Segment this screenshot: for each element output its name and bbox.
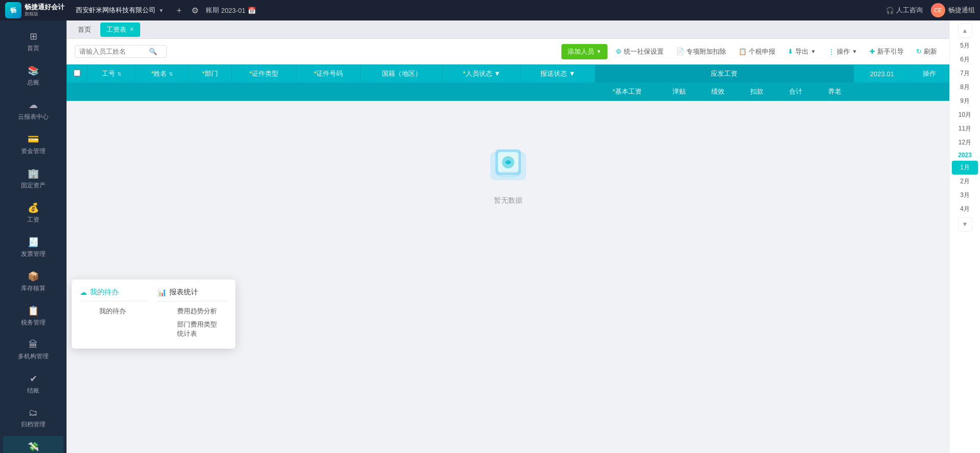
empty-state: 暂无数据 (67, 101, 949, 246)
month-nav-up[interactable]: ▲ (958, 24, 972, 38)
sidebar-item-9[interactable]: 🏛 多机构管理 (3, 334, 63, 366)
tab-close-icon[interactable]: ✕ (129, 26, 134, 33)
search-icon[interactable]: 🔍 (149, 48, 157, 55)
sidebar-icon-1: 📚 (28, 65, 39, 76)
special-deduction-button[interactable]: 📄 专项附加扣除 (672, 45, 730, 58)
month-nav-down[interactable]: ▼ (958, 217, 972, 231)
period-label: 账期 (206, 6, 219, 15)
sidebar-item-4[interactable]: 🏢 固定资产 (3, 163, 63, 195)
sidebar-icon-8: 📋 (28, 305, 39, 316)
filter-icon-report[interactable]: ▼ (569, 70, 575, 77)
col-department: *部门 (188, 65, 231, 83)
operations-chevron-icon: ▼ (852, 49, 857, 54)
col-id-type: *证件类型 (231, 65, 296, 83)
sidebar-label-2: 云报表中心 (18, 113, 49, 121)
col-performance: 绩效 (699, 83, 737, 101)
sidebar-item-6[interactable]: 🧾 发票管理 (3, 231, 63, 264)
col-deductions: 扣款 (737, 83, 776, 101)
popup-report-item-1[interactable]: 部门费用类型统计表 (173, 318, 227, 340)
refresh-button[interactable]: ↻ 刷新 (912, 45, 941, 58)
social-insurance-icon: ⚙ (616, 48, 622, 55)
logo-area: 畅 畅捷通好会计 旗舰版 (5, 2, 72, 18)
tab-salary[interactable]: 工资表 ✕ (100, 23, 140, 37)
todo-section-icon: ☁ (80, 288, 87, 296)
sidebar-item-7[interactable]: 📦 库存核算 (3, 266, 63, 298)
sort-icon-name[interactable]: ⇅ (169, 71, 173, 77)
sidebar-item-10[interactable]: ✔ 结账 (3, 368, 63, 400)
sidebar-icon-3: 💳 (28, 134, 39, 145)
popup-sections: ☁ 我的待办 我的待办 📊 报表统计 费用趋势分析 (80, 288, 227, 340)
header-right: 添加人员 ▼ ⚙ 统一社保设置 📄 专项附加扣除 📋 个税申报 ⬇ (561, 44, 941, 59)
month-4[interactable]: 4月 (950, 202, 980, 216)
search-input-wrap: 🔍 (75, 45, 167, 58)
sidebar-label-5: 工资 (27, 215, 39, 224)
popup-col-report: 📊 报表统计 费用趋势分析 部门费用类型统计表 (158, 288, 227, 340)
guide-icon: ✚ (869, 48, 875, 55)
sidebar-icon-12: 💸 (28, 441, 39, 452)
sidebar-label-9: 多机构管理 (18, 352, 49, 361)
sidebar-item-12[interactable]: 💸 小畅报销 (3, 436, 63, 453)
current-year-label: 2023 (950, 149, 980, 161)
operations-button[interactable]: ⋮ 操作 ▼ (824, 45, 861, 58)
table-subheader-row: *基本工资 津贴 绩效 扣款 合计 养老 (67, 83, 949, 101)
popup-col-todo: ☁ 我的待办 我的待办 (80, 288, 149, 340)
popup-my-todo-item[interactable]: 我的待办 (95, 305, 149, 318)
period-value: 2023-01 (221, 7, 246, 14)
sidebar-label-1: 总账 (27, 78, 39, 87)
search-input[interactable] (79, 48, 146, 55)
sidebar: ⊞ 首页📚 总账☁ 云报表中心💳 资金管理🏢 固定资产💰 工资🧾 发票管理📦 (0, 20, 67, 453)
avatar: CE (931, 3, 945, 17)
sidebar-icon-11: 🗂 (29, 407, 38, 418)
sidebar-label-11: 归档管理 (21, 420, 46, 429)
sort-icon[interactable]: ⇅ (117, 71, 121, 77)
top-bar-actions: ＋ ⚙ (173, 4, 201, 17)
tax-declaration-button[interactable]: 📋 个税申报 (734, 45, 779, 58)
month-9[interactable]: 9月 (950, 94, 980, 108)
month-1-active[interactable]: 1月 (952, 161, 978, 175)
content-area: 首页 工资表 ✕ 🔍 添加人员 ▼ ⚙ 统一社保设置 (67, 20, 949, 453)
company-selector[interactable]: 西安虾米网络科技有限公司 ▼ (72, 4, 168, 17)
popup-report-item-0[interactable]: 费用趋势分析 (173, 305, 227, 318)
settings-icon[interactable]: ⚙ (189, 5, 201, 16)
social-insurance-button[interactable]: ⚙ 统一社保设置 (612, 45, 668, 58)
sidebar-item-8[interactable]: 📋 税务管理 (3, 300, 63, 332)
month-2[interactable]: 2月 (950, 175, 980, 188)
sidebar-item-0[interactable]: ⊞ 首页 (3, 26, 63, 58)
add-company-icon[interactable]: ＋ (173, 4, 185, 17)
month-3[interactable]: 3月 (950, 188, 980, 202)
svg-rect-4 (500, 171, 516, 174)
sidebar-icon-4: 🏢 (28, 168, 39, 179)
col-salary-group: 应发工资 (595, 65, 854, 83)
headphone-icon: 🎧 (886, 7, 894, 14)
sidebar-icon-0: ⊞ (30, 31, 37, 42)
add-person-button[interactable]: 添加人员 ▼ (561, 44, 607, 59)
sidebar-label-10: 结账 (27, 386, 39, 395)
support-button[interactable]: 🎧 人工咨询 (886, 6, 923, 15)
export-button[interactable]: ⬇ 导出 ▼ (783, 45, 820, 58)
empty-text: 暂无数据 (494, 196, 522, 205)
new-guide-button[interactable]: ✚ 新手引导 (865, 45, 908, 58)
sidebar-item-1[interactable]: 📚 总账 (3, 60, 63, 92)
col-name: *姓名 ⇅ (136, 65, 188, 83)
sidebar-icon-7: 📦 (28, 271, 39, 282)
sidebar-item-3[interactable]: 💳 资金管理 (3, 128, 63, 161)
sidebar-item-2[interactable]: ☁ 云报表中心 (3, 94, 63, 126)
month-8[interactable]: 8月 (950, 80, 980, 94)
export-icon: ⬇ (788, 48, 793, 55)
month-7[interactable]: 7月 (950, 67, 980, 80)
select-all-input[interactable] (74, 70, 80, 76)
month-11[interactable]: 11月 (950, 122, 980, 136)
company-name: 西安虾米网络科技有限公司 (76, 6, 156, 15)
month-6[interactable]: 6月 (950, 53, 980, 67)
month-5[interactable]: 5月 (950, 39, 980, 53)
sidebar-item-11[interactable]: 🗂 归档管理 (3, 402, 63, 434)
tab-home[interactable]: 首页 (72, 23, 97, 37)
month-12[interactable]: 12月 (950, 136, 980, 149)
select-all-checkbox[interactable] (67, 65, 88, 83)
add-person-chevron-icon: ▼ (596, 49, 601, 54)
month-10[interactable]: 10月 (950, 108, 980, 122)
filter-icon-status[interactable]: ▼ (494, 70, 500, 77)
calendar-icon[interactable]: 📅 (248, 7, 256, 14)
sidebar-item-5[interactable]: 💰 工资 (3, 197, 63, 229)
user-area[interactable]: CE 畅捷通组 (931, 3, 975, 17)
